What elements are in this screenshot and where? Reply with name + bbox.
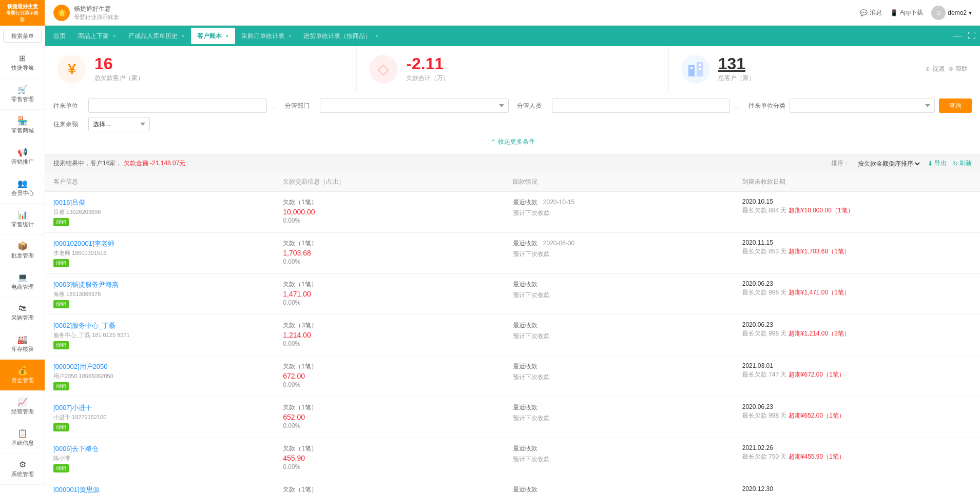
debt-ratio-1: 0.00% — [283, 258, 512, 265]
sidebar-item-lingshop[interactable]: 🏪零售商城 — [0, 110, 45, 141]
sidebar-label-lingtongji: 零售统计 — [3, 221, 42, 228]
sidebar-item-zijin[interactable]: 💰资金管理 — [0, 360, 45, 391]
sidebar-item-kucun[interactable]: 🏭库存核算 — [0, 328, 45, 360]
collection-cell-6: 最近收款 预计下次收款 — [513, 444, 742, 464]
overdue-link-4[interactable]: 超期¥672.00（1笔） — [789, 371, 845, 378]
app-icon: 📱 — [890, 9, 898, 16]
overdue-link-0[interactable]: 超期¥10,000.00（1笔） — [789, 207, 854, 214]
debt-amount-1[interactable]: 1,703.68 — [283, 249, 512, 257]
tab-close-kehu[interactable]: × — [226, 33, 229, 39]
person-input[interactable] — [552, 98, 731, 113]
debt-amount-3[interactable]: 1,214.00 — [283, 331, 512, 339]
due-cell-5: 2020.06.23 最长欠款 998 天 超期¥652.00（1笔） — [742, 403, 972, 420]
svg-rect-4 — [699, 68, 701, 70]
tab-label-home: 首页 — [53, 32, 66, 41]
sidebar-item-caigou[interactable]: 🛍采购管理 — [0, 298, 45, 328]
overdue-link-2[interactable]: 超期¥1,471.00（1笔） — [789, 289, 850, 296]
sidebar-item-pifa[interactable]: 📦批发管理 — [0, 235, 45, 266]
tab-jinhuo[interactable]: 进货单统计表（按商品）× — [297, 28, 385, 44]
sort-select[interactable]: 按欠款金额倒序排序 — [856, 160, 921, 168]
customer-link-2[interactable]: [0003]畅捷服务尹海燕 — [53, 281, 119, 288]
sidebar-item-lingshou[interactable]: 🛒零售管理 — [0, 78, 45, 110]
filter-dept: 分管部门 — [285, 98, 508, 113]
refresh-button[interactable]: ↻ 刷新 — [953, 159, 972, 168]
customer-tag-0: 现销 — [53, 218, 69, 226]
customer-link-4[interactable]: [000002]用户2050 — [53, 363, 108, 370]
user-menu-button[interactable]: D demo2 ▾ — [931, 6, 972, 20]
search-menu-button[interactable]: 搜索菜单 — [3, 30, 42, 43]
unit-class-select[interactable] — [790, 98, 935, 113]
tab-close-shangpin[interactable]: × — [113, 33, 116, 39]
tab-close-caigodan[interactable]: × — [289, 33, 292, 39]
sidebar-item-lingtongji[interactable]: 📊零售统计 — [0, 204, 45, 235]
customer-tag-5: 现销 — [53, 423, 69, 431]
message-button[interactable]: 💬 消息 — [860, 8, 882, 17]
customer-link-5[interactable]: [0007]小进干 — [53, 404, 92, 411]
debt-amount-5[interactable]: 652.00 — [283, 413, 512, 421]
tab-close-ruku[interactable]: × — [182, 33, 185, 39]
collection-cell-7: 最近收款 预计下次收款 — [513, 485, 742, 493]
dept-select[interactable] — [320, 98, 508, 113]
collection-cell-2: 最近收款 预计下次收款 — [513, 280, 742, 300]
video-button[interactable]: ⊙ 视频 — [925, 65, 944, 73]
overdue-link-6[interactable]: 超期¥455.90（1笔） — [789, 453, 845, 460]
customer-cell-2: [0003]畅捷服务尹海燕 海燕 18513066976 现销 — [53, 280, 283, 308]
help-button[interactable]: ⊙ 帮助 — [949, 65, 968, 73]
person-more-icon[interactable]: ... — [734, 102, 740, 110]
balance-select[interactable]: 选择... — [88, 117, 150, 131]
debt-amount-0[interactable]: 10,000.00 — [283, 208, 512, 216]
table-row: [000002]用户2050 用户2050 18665062050 现销 欠款（… — [45, 356, 980, 397]
tab-label-shangpin: 商品上下架 — [78, 32, 109, 41]
customer-link-7[interactable]: [000001]黄思源 — [53, 486, 100, 493]
customer-link-3[interactable]: [0002]服务中心_丁磊 — [53, 322, 116, 329]
stat-debt-amount: ◇ -2.11 欠款合计（万） — [357, 46, 668, 92]
debt-amount-2[interactable]: 1,471.00 — [283, 290, 512, 298]
tab-ruku[interactable]: 产成品入库单历史× — [122, 28, 191, 44]
export-button[interactable]: ⬇ 导出 — [928, 159, 947, 168]
app-download-button[interactable]: 📱 App下载 — [890, 8, 923, 17]
customer-link-6[interactable]: [0006]去下粮仓 — [53, 445, 99, 452]
collection-cell-3: 最近收款 预计下次收款 — [513, 321, 742, 341]
customer-link-1[interactable]: [0001020001]李老师 — [53, 240, 114, 247]
debt-ratio-3: 0.00% — [283, 340, 512, 347]
sidebar-item-jichu[interactable]: 📋基础信息 — [0, 422, 45, 453]
tab-caigodan[interactable]: 采购订单统计表× — [235, 28, 298, 44]
due-date-4: 2021.03.01 — [742, 362, 972, 369]
debt-count-5: 欠款（1笔） — [283, 403, 512, 412]
stat-value-debt-amount: -2.11 — [406, 55, 449, 72]
collection-next-5: 预计下次收款 — [513, 414, 742, 423]
sidebar-icon-dianshang: 💻 — [3, 272, 42, 282]
sidebar-icon-lingshop: 🏪 — [3, 116, 42, 126]
tab-maximize-button[interactable]: ⛶ — [966, 29, 978, 43]
sidebar-item-jingying[interactable]: 📈经营管理 — [0, 391, 45, 422]
due-cell-3: 2020.06.23 最长欠款 998 天 超期¥1,214.00（3笔） — [742, 321, 972, 338]
sidebar-item-dianshang[interactable]: 💻电商管理 — [0, 266, 45, 298]
debt-amount-4[interactable]: 672.00 — [283, 372, 512, 380]
from-unit-more-icon[interactable]: ... — [271, 102, 277, 110]
sidebar-item-kuaijie[interactable]: ⊞快捷导航 — [0, 47, 45, 78]
collapse-button[interactable]: ⌃ 收起更多条件 — [53, 135, 972, 148]
tab-shangpin[interactable]: 商品上下架× — [72, 28, 122, 44]
sidebar-item-xitong[interactable]: ⚙系统管理 — [0, 453, 45, 485]
sidebar-label-huiyuan: 会员中心 — [3, 189, 42, 197]
debt-amount-6[interactable]: 455.90 — [283, 454, 512, 462]
sidebar-item-huiyuan[interactable]: 👥会员中心 — [0, 172, 45, 204]
sidebar-label-lingshop: 零售商城 — [3, 127, 42, 134]
overdue-link-5[interactable]: 超期¥652.00（1笔） — [789, 412, 845, 419]
overdue-link-3[interactable]: 超期¥1,214.00（3笔） — [789, 330, 850, 337]
customer-phone-1: 李老师 18600391516 — [53, 249, 283, 257]
sidebar-item-yingxiao[interactable]: 📢营销推广 — [0, 141, 45, 172]
tab-close-jinhuo[interactable]: × — [375, 33, 378, 39]
tab-kehu[interactable]: 客户账本× — [191, 28, 235, 44]
customer-cell-5: [0007]小进干 小进干 18279152100 现销 — [53, 403, 283, 431]
from-unit-input[interactable] — [88, 98, 267, 113]
tab-minimize-button[interactable]: — — [951, 29, 964, 43]
overdue-link-1[interactable]: 超期¥1,703.68（1笔） — [789, 248, 850, 255]
search-button[interactable]: 查询 — [939, 98, 972, 113]
person-label: 分管人员 — [517, 102, 548, 110]
sidebar-search-area: 搜索菜单 — [0, 26, 45, 47]
customer-link-0[interactable]: [0016]吕俊 — [53, 199, 85, 206]
tab-home[interactable]: 首页 — [47, 28, 72, 44]
sidebar-item-qiye[interactable]: 🤝企业协同 — [0, 485, 45, 493]
sidebar-label-xitong: 系统管理 — [3, 470, 42, 478]
